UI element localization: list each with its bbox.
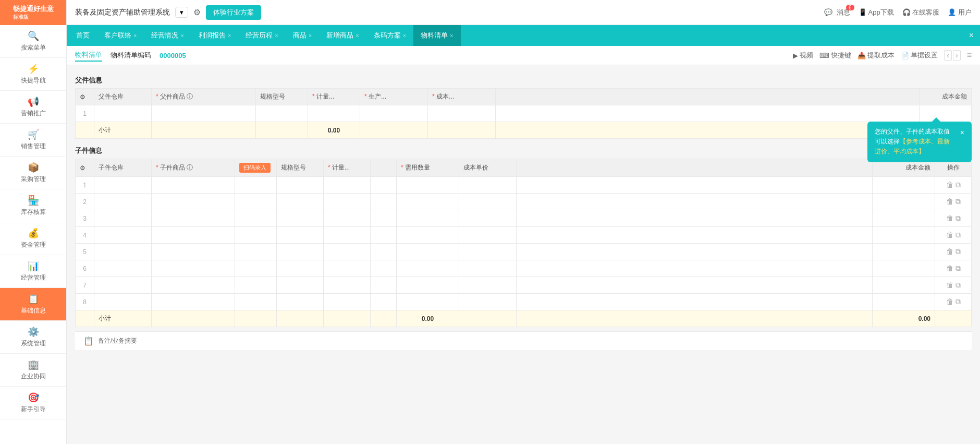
copy-icon[interactable]: ⧉ [956,197,961,206]
delete-icon[interactable]: 🗑 [946,281,953,290]
copy-icon[interactable]: ⧉ [956,264,961,273]
child-product-cell[interactable] [152,227,235,244]
tab-product-close[interactable]: × [309,32,312,39]
child-warehouse-cell[interactable] [94,227,152,244]
child-product-cell[interactable] [152,244,235,260]
th-child-gear[interactable]: ⚙ [76,159,94,177]
child-warehouse-cell[interactable] [94,244,152,260]
child-spec-cell[interactable] [277,260,324,277]
child-qty-cell[interactable] [397,177,459,194]
child-unit-cell[interactable] [324,177,371,194]
tooltip-close[interactable]: × [960,127,964,138]
sidebar-item-guide[interactable]: 🎯 新手引导 [0,387,66,419]
child-unit-cell[interactable] [324,227,371,244]
tab-home[interactable]: 首页 [69,25,97,46]
child-warehouse-cell[interactable] [94,294,152,310]
th-child-scan[interactable]: 扫码录入 [235,159,277,177]
child-unit-price-cell[interactable] [459,244,517,260]
child-qty-cell[interactable] [397,260,459,277]
child-unit-price-cell[interactable] [459,177,517,194]
tab-barcode-close[interactable]: × [403,32,406,39]
copy-icon[interactable]: ⧉ [956,247,961,256]
child-unit-price-cell[interactable] [459,210,517,227]
child-unit-price-cell[interactable] [459,227,517,244]
copy-icon[interactable]: ⧉ [956,214,961,223]
parent-warehouse-cell[interactable] [94,105,152,122]
child-qty-cell[interactable] [397,294,459,310]
child-product-cell[interactable] [152,194,235,210]
video-button[interactable]: ▶ 视频 [793,51,813,60]
message-button[interactable]: 💬 6 消息 [824,8,850,17]
copy-icon[interactable]: ⧉ [956,297,961,306]
app-download-button[interactable]: 📱 App下载 [859,8,894,17]
child-unit-cell[interactable] [324,294,371,310]
child-product-cell[interactable] [152,210,235,227]
sidebar-item-purchase[interactable]: 📦 采购管理 [0,157,66,189]
child-warehouse-cell[interactable] [94,177,152,194]
scan-btn[interactable]: 扫码录入 [239,163,271,173]
child-unit-cell[interactable] [324,244,371,260]
delete-icon[interactable]: 🗑 [946,197,953,206]
sidebar-item-inventory[interactable]: 🏪 库存核算 [0,189,66,222]
child-unit-cell[interactable] [324,210,371,227]
child-warehouse-cell[interactable] [94,210,152,227]
child-spec-cell[interactable] [277,244,324,260]
child-unit-price-cell[interactable] [459,294,517,310]
online-service-button[interactable]: 🎧 在线客服 [902,8,940,17]
nav-next[interactable]: › [953,50,961,61]
extract-cost-button[interactable]: 📥 提取成本 [858,51,895,60]
delete-icon[interactable]: 🗑 [946,264,953,273]
copy-icon[interactable]: ⧉ [956,181,961,189]
remark-text[interactable]: 备注/业务摘要 [98,337,137,345]
tab-customers[interactable]: 客户联络 × [97,25,144,46]
sub-tab-bom-list[interactable]: 物料清单 [75,49,102,62]
tab-product[interactable]: 商品 × [286,25,319,46]
tab-new-product-close[interactable]: × [356,32,359,39]
tab-customers-close[interactable]: × [133,32,137,39]
tab-bom[interactable]: 物料清单 × [413,25,460,46]
sidebar-item-quick-nav[interactable]: ⚡ 快捷导航 [0,58,66,91]
parent-spec-cell[interactable] [256,105,308,122]
tab-history-close[interactable]: × [275,32,278,39]
tab-profit-close[interactable]: × [228,32,231,39]
child-unit-cell[interactable] [324,260,371,277]
child-unit-cell[interactable] [324,194,371,210]
sidebar-item-basic-info[interactable]: 📋 基础信息 [0,288,66,321]
child-spec-cell[interactable] [277,294,324,310]
sidebar-item-operation[interactable]: 📊 经营管理 [0,255,66,288]
child-qty-cell[interactable] [397,194,459,210]
child-warehouse-cell[interactable] [94,194,152,210]
child-product-cell[interactable] [152,260,235,277]
delete-icon[interactable]: 🗑 [946,181,953,189]
child-unit-cell[interactable] [324,277,371,294]
child-spec-cell[interactable] [277,277,324,294]
view-toggle[interactable]: ≡ [967,51,972,60]
sidebar-item-enterprise[interactable]: 🏢 企业协同 [0,354,66,387]
copy-icon[interactable]: ⧉ [956,231,961,239]
child-product-cell[interactable] [152,177,235,194]
copy-icon[interactable]: ⧉ [956,281,961,290]
child-spec-cell[interactable] [277,210,324,227]
tab-operation-status-close[interactable]: × [180,32,183,39]
child-qty-cell[interactable] [397,244,459,260]
tab-barcode[interactable]: 条码方案 × [366,25,413,46]
tab-bom-close[interactable]: × [450,32,453,39]
delete-icon[interactable]: 🗑 [946,214,953,223]
tab-history[interactable]: 经营历程 × [238,25,285,46]
parent-unit-cell[interactable] [308,105,360,122]
sidebar-item-marketing[interactable]: 📢 营销推广 [0,91,66,124]
child-spec-cell[interactable] [277,227,324,244]
th-parent-gear[interactable]: ⚙ [76,89,94,105]
parent-cost-cell[interactable] [428,105,496,122]
nav-prev[interactable]: ‹ [944,50,952,61]
child-product-cell[interactable] [152,277,235,294]
child-qty-cell[interactable] [397,210,459,227]
user-button[interactable]: 👤 用户 [948,8,972,17]
child-qty-cell[interactable] [397,277,459,294]
child-spec-cell[interactable] [277,194,324,210]
delete-icon[interactable]: 🗑 [946,247,953,256]
sidebar-item-sales[interactable]: 🛒 销售管理 [0,124,66,157]
gear-icon[interactable]: ⚙ [193,7,201,17]
parent-production-cell[interactable] [360,105,428,122]
delete-icon[interactable]: 🗑 [946,231,953,239]
